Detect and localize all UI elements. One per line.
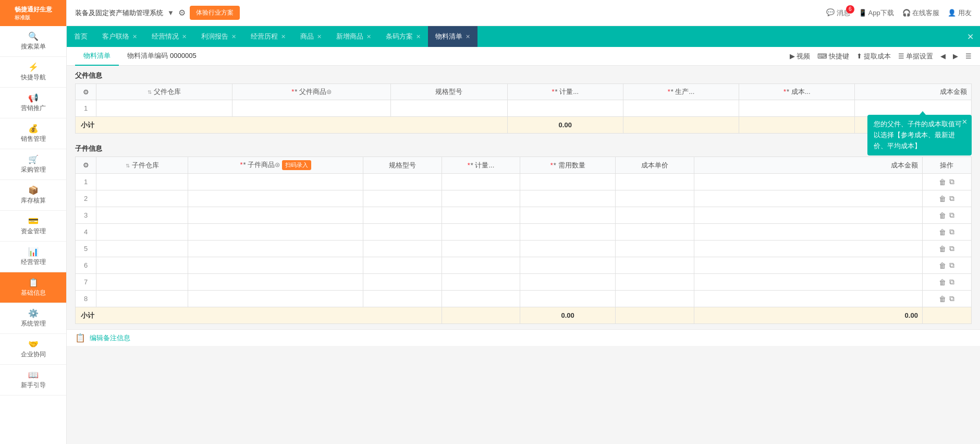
copy-icon-row4[interactable]: ⧉ (949, 227, 954, 236)
sub-tab-bom[interactable]: 物料清单 (75, 47, 119, 66)
child-row4-qty-unit[interactable] (442, 224, 520, 241)
sidebar-item-search[interactable]: 🔍 搜索菜单 (0, 26, 66, 57)
child-row1-warehouse[interactable] (96, 174, 188, 190)
tab-operations-close[interactable]: ✕ (182, 33, 187, 40)
child-row8-product[interactable] (188, 291, 363, 307)
child-row1-unit-cost[interactable] (616, 174, 694, 190)
sidebar-item-operations[interactable]: 📊 经营管理 (0, 242, 66, 272)
tab-history-close[interactable]: ✕ (281, 33, 286, 40)
parent-row-product[interactable] (232, 100, 391, 117)
copy-icon-row5[interactable]: ⧉ (949, 244, 954, 253)
tab-barcode[interactable]: 条码方案 ✕ (378, 26, 428, 47)
delete-icon-row5[interactable]: 🗑 (939, 245, 946, 253)
child-row4-unit-cost[interactable] (616, 224, 694, 241)
dropdown-arrow-icon[interactable]: ▼ (167, 9, 174, 17)
child-row4-needed-qty[interactable] (520, 224, 616, 241)
sidebar-item-guide[interactable]: 📖 新手引导 (0, 365, 66, 395)
tab-customer-close[interactable]: ✕ (132, 33, 137, 40)
tab-customer[interactable]: 客户联络 ✕ (95, 26, 144, 47)
child-row8-amount[interactable] (694, 291, 923, 307)
child-row1-product[interactable] (188, 174, 363, 190)
child-col-settings[interactable]: ⚙ (76, 157, 96, 174)
child-row4-product[interactable] (188, 224, 363, 241)
sidebar-item-enterprise[interactable]: 🤝 企业协同 (0, 334, 66, 365)
parent-row-amount[interactable] (855, 100, 972, 117)
child-row1-amount[interactable] (694, 174, 923, 190)
child-row8-warehouse[interactable] (96, 291, 188, 307)
video-action[interactable]: ▶ 视频 (790, 52, 810, 61)
copy-icon-row3[interactable]: ⧉ (949, 211, 954, 220)
child-row8-spec[interactable] (363, 291, 442, 307)
tab-bom-close[interactable]: ✕ (466, 33, 470, 40)
scan-input-btn[interactable]: 扫码录入 (282, 160, 311, 170)
child-row5-needed-qty[interactable] (520, 241, 616, 257)
parent-row-spec[interactable] (391, 100, 508, 117)
child-row5-product[interactable] (188, 241, 363, 257)
child-row7-needed-qty[interactable] (520, 274, 616, 291)
sidebar-item-sales[interactable]: 💰 销售管理 (0, 118, 66, 149)
parent-col-settings[interactable]: ⚙ (76, 84, 96, 100)
child-row7-amount[interactable] (694, 274, 923, 291)
tab-home[interactable]: 首页 (67, 26, 95, 47)
child-row2-spec[interactable] (363, 190, 442, 207)
child-row5-spec[interactable] (363, 241, 442, 257)
tab-history[interactable]: 经营历程 ✕ (243, 26, 293, 47)
parent-row-warehouse[interactable] (96, 100, 232, 117)
child-row2-product[interactable] (188, 190, 363, 207)
expand-icon[interactable]: ☰ (965, 52, 972, 60)
copy-icon-row7[interactable]: ⧉ (949, 278, 954, 286)
bottom-text[interactable]: 编辑备注信息 (90, 333, 130, 343)
child-row1-needed-qty[interactable] (520, 174, 616, 190)
delete-icon-row1[interactable]: 🗑 (939, 178, 946, 186)
app-download-btn[interactable]: 📱 App下载 (859, 8, 894, 18)
online-service-btn[interactable]: 🎧 在线客服 (902, 8, 940, 18)
parent-row-cost[interactable] (739, 100, 855, 117)
delete-icon-row7[interactable]: 🗑 (939, 278, 946, 286)
child-row2-warehouse[interactable] (96, 190, 188, 207)
child-row2-needed-qty[interactable] (520, 190, 616, 207)
child-row6-unit-cost[interactable] (616, 257, 694, 274)
child-row4-amount[interactable] (694, 224, 923, 241)
parent-row-prod[interactable] (623, 100, 739, 117)
child-row4-spec[interactable] (363, 224, 442, 241)
delete-icon-row8[interactable]: 🗑 (939, 295, 946, 303)
child-row6-product[interactable] (188, 257, 363, 274)
child-row7-qty-unit[interactable] (442, 274, 520, 291)
child-row3-qty-unit[interactable] (442, 207, 520, 224)
delete-icon-row6[interactable]: 🗑 (939, 261, 946, 270)
child-row6-amount[interactable] (694, 257, 923, 274)
prev-page[interactable]: ◀ (940, 52, 946, 60)
tab-goods[interactable]: 商品 ✕ (293, 26, 329, 47)
delete-icon-row2[interactable]: 🗑 (939, 195, 946, 203)
child-row2-qty-unit[interactable] (442, 190, 520, 207)
child-row2-unit-cost[interactable] (616, 190, 694, 207)
child-row3-warehouse[interactable] (96, 207, 188, 224)
child-row6-warehouse[interactable] (96, 257, 188, 274)
child-row6-spec[interactable] (363, 257, 442, 274)
tab-profit[interactable]: 利润报告 ✕ (194, 26, 243, 47)
child-row1-spec[interactable] (363, 174, 442, 190)
child-row6-qty-unit[interactable] (442, 257, 520, 274)
copy-icon-row2[interactable]: ⧉ (949, 194, 954, 203)
sidebar-item-marketing[interactable]: 📢 营销推广 (0, 88, 66, 118)
tab-operations[interactable]: 经营情况 ✕ (144, 26, 194, 47)
sub-tab-bom-code[interactable]: 物料清单编码 0000005 (119, 47, 205, 66)
child-row5-qty-unit[interactable] (442, 241, 520, 257)
child-row5-warehouse[interactable] (96, 241, 188, 257)
child-row8-unit-cost[interactable] (616, 291, 694, 307)
tooltip-close-btn[interactable]: ✕ (962, 117, 967, 128)
close-all-tabs[interactable]: ✕ (961, 32, 980, 42)
child-row8-qty-unit[interactable] (442, 291, 520, 307)
copy-icon-row6[interactable]: ⧉ (949, 261, 954, 270)
child-row1-qty-unit[interactable] (442, 174, 520, 190)
tab-profit-close[interactable]: ✕ (231, 33, 236, 40)
child-row3-spec[interactable] (363, 207, 442, 224)
child-row4-warehouse[interactable] (96, 224, 188, 241)
copy-icon-row8[interactable]: ⧉ (949, 294, 954, 303)
sidebar-item-quicknav[interactable]: ⚡ 快捷导航 (0, 57, 66, 88)
doc-settings-action[interactable]: ☰ 单据设置 (898, 52, 933, 61)
child-row3-amount[interactable] (694, 207, 923, 224)
child-row7-spec[interactable] (363, 274, 442, 291)
copy-icon-row1[interactable]: ⧉ (949, 177, 954, 186)
tab-addgoods[interactable]: 新增商品 ✕ (329, 26, 378, 47)
